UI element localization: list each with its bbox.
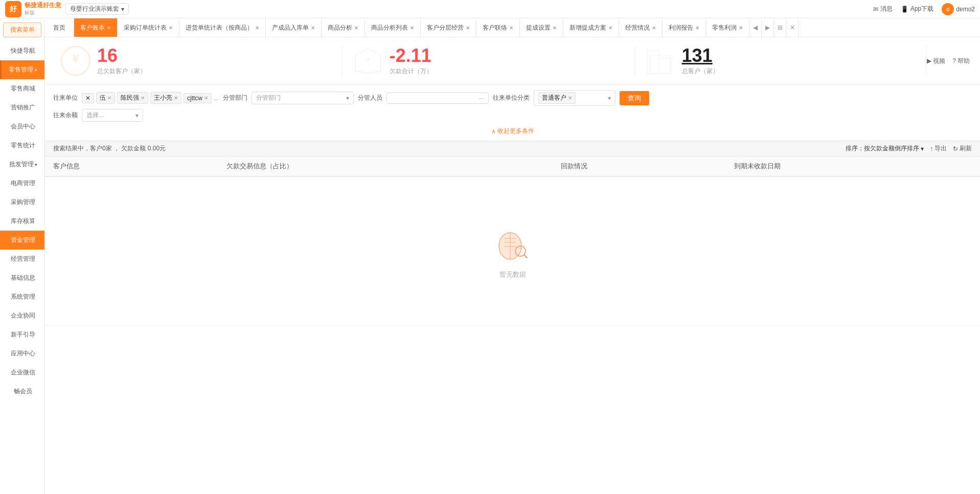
- tab-expand-btn[interactable]: ⊞: [774, 18, 786, 37]
- logo-sub: 标版: [25, 9, 61, 16]
- filter-more-icon[interactable]: ...: [214, 95, 219, 102]
- video-btn[interactable]: ▶ 视频: [927, 57, 945, 65]
- tab-close-icon[interactable]: ✕: [652, 25, 656, 31]
- balance-filter-label: 往来余额: [53, 111, 78, 120]
- sidebar-item-member-center[interactable]: 会员中心: [0, 117, 44, 136]
- tab-close-icon[interactable]: ✕: [169, 25, 173, 31]
- tab-close-icon[interactable]: ✕: [739, 25, 743, 31]
- chevron-down-icon: ▾: [608, 95, 611, 102]
- search-menu-btn[interactable]: 搜索菜单: [3, 23, 41, 37]
- tab-product-inbound[interactable]: 产成品入库单 ✕: [266, 18, 322, 37]
- balance-select[interactable]: 选择... ▾: [82, 109, 143, 122]
- right-content: 首页 客户账本 ✕ 采购订单统计表 ✕ 进货单统计表（按商品） ✕ 产成品入库单…: [45, 18, 980, 494]
- tab-customer-ledger[interactable]: 客户账本 ✕: [74, 18, 118, 37]
- messages-btn[interactable]: ✉ 消息: [873, 5, 893, 13]
- tab-close-icon[interactable]: ✕: [107, 25, 111, 31]
- sidebar-item-purchase-mgmt[interactable]: 采购管理: [0, 193, 44, 212]
- result-info: 搜索结果中，客户0家 ， 欠款金额 0.00元: [53, 144, 166, 153]
- tab-commission-settings[interactable]: 提成设置 ✕: [520, 18, 563, 37]
- sidebar-item-app-center[interactable]: 应用中心: [0, 344, 44, 363]
- manager-filter-label: 分管人员: [358, 94, 382, 102]
- logo-text-block: 畅捷通好生意 标版: [25, 2, 61, 16]
- app-download-label: App下载: [910, 5, 933, 13]
- sidebar-item-label: 零售管理: [9, 66, 33, 73]
- sidebar-item-operation[interactable]: 经营管理: [0, 250, 44, 268]
- tab-next-btn[interactable]: ▶: [762, 18, 774, 37]
- company-selector[interactable]: 母婴行业演示账套 ▾: [65, 3, 129, 15]
- result-summary: 搜索结果中，客户0家: [53, 145, 112, 152]
- tab-customer-tier[interactable]: 客户分层经营 ✕: [421, 18, 476, 37]
- company-name: 母婴行业演示账套: [70, 5, 119, 13]
- tab-close-icon[interactable]: ✕: [255, 25, 259, 31]
- sidebar-item-marketing[interactable]: 营销推广: [0, 98, 44, 117]
- query-button[interactable]: 查询: [620, 91, 649, 105]
- sidebar-item-enterprise-wechat[interactable]: 企业微信: [0, 363, 44, 382]
- tag-close-icon[interactable]: ✕: [107, 95, 111, 101]
- logo-text: 畅捷通好生意: [25, 2, 61, 9]
- tag-close-icon[interactable]: ✕: [141, 95, 145, 101]
- tab-close-icon[interactable]: ✕: [311, 25, 315, 31]
- tab-add-commission[interactable]: 新增提成方案 ✕: [563, 18, 619, 37]
- sidebar-item-quick-nav[interactable]: 快捷导航: [0, 41, 44, 60]
- svg-line-13: [524, 255, 527, 258]
- tab-profit-report[interactable]: 利润报告 ✕: [663, 18, 706, 37]
- tab-inbound-stats[interactable]: 进货单统计表（按商品） ✕: [179, 18, 266, 37]
- filter-bar: 往来单位 ✕ 伍 ✕ 陈民强 ✕: [45, 85, 980, 141]
- svg-text:¥: ¥: [73, 52, 79, 65]
- app-download-btn[interactable]: 📱 App下载: [901, 5, 933, 13]
- sidebar-item-ecommerce[interactable]: 电商管理: [0, 174, 44, 193]
- tab-close-icon[interactable]: ✕: [354, 25, 358, 31]
- header-right: ✉ 消息 📱 App下载 d demo2: [873, 3, 975, 15]
- tab-close-icon[interactable]: ✕: [410, 25, 414, 31]
- export-btn[interactable]: ↑ 导出: [930, 144, 947, 153]
- sidebar-item-wholesale-mgmt[interactable]: 批发管理 ▾: [0, 155, 44, 174]
- empty-text: 暂无数据: [499, 270, 526, 279]
- chevron-right-icon: ▾: [35, 162, 37, 167]
- refresh-btn[interactable]: ↻ 刷新: [953, 144, 972, 153]
- tab-home[interactable]: 首页: [45, 18, 74, 37]
- sidebar-item-inventory[interactable]: 库存核算: [0, 212, 44, 231]
- filter-tag-cjttcw: cjttcw ✕: [184, 93, 212, 103]
- sidebar-item-enterprise-collab[interactable]: 企业协同: [0, 306, 44, 325]
- collapse-btn[interactable]: ∧ 收起更多条件: [53, 125, 972, 136]
- sidebar-item-chang-member[interactable]: 畅会员: [0, 382, 44, 401]
- sidebar-item-finance[interactable]: 资金管理: [0, 231, 44, 250]
- sidebar-item-retail-stats[interactable]: 零售统计: [0, 136, 44, 155]
- tab-close-icon[interactable]: ✕: [553, 25, 557, 31]
- sidebar-item-basic-info[interactable]: 基础信息: [0, 268, 44, 287]
- tab-prev-btn[interactable]: ◀: [749, 18, 762, 37]
- sort-select[interactable]: 排序：按欠款金额倒序排序 ▾: [846, 144, 924, 153]
- top-header: 好 畅捷通好生意 标版 母婴行业演示账套 ▾ ✉ 消息 📱 App下载 d de…: [0, 0, 980, 18]
- main-layout: 搜索菜单 快捷导航 零售管理 ▾ 零售商城 营销推广 会员中心 零售统计 批发管…: [0, 18, 980, 494]
- chevron-up-icon: ∧: [491, 128, 496, 135]
- tag-close-icon[interactable]: ✕: [204, 95, 208, 101]
- manager-select[interactable]: ···: [386, 93, 489, 104]
- tab-business-situation[interactable]: 经营情况 ✕: [619, 18, 663, 37]
- tab-retail-profit[interactable]: 零售利润 ✕: [706, 18, 749, 37]
- tab-product-analysis[interactable]: 商品分析 ✕: [322, 18, 365, 37]
- stat-total-customers: 131 总客户（家）: [635, 46, 927, 76]
- tab-close-icon[interactable]: ✕: [466, 25, 470, 31]
- stat-debit-label: 总欠款客户（家）: [97, 67, 146, 76]
- dept-select[interactable]: 分管部门 ▾: [252, 92, 354, 104]
- sidebar-item-system-mgmt[interactable]: 系统管理: [0, 287, 44, 306]
- col-repayment: 回款情况: [553, 156, 726, 176]
- result-amount-label: ，: [113, 145, 120, 152]
- tab-purchase-order-stats[interactable]: 采购订单统计表 ✕: [118, 18, 179, 37]
- sidebar-item-retail-mgmt[interactable]: 零售管理 ▾: [0, 60, 44, 79]
- tag-close-icon[interactable]: ✕: [174, 95, 178, 101]
- chevron-down-icon: ▾: [921, 145, 924, 152]
- tab-customer-contact[interactable]: 客户联络 ✕: [476, 18, 520, 37]
- tab-close-icon[interactable]: ✕: [509, 25, 513, 31]
- svg-rect-5: [648, 51, 659, 74]
- user-menu[interactable]: d demo2: [942, 3, 975, 15]
- tab-product-analysis-list[interactable]: 商品分析列表 ✕: [365, 18, 421, 37]
- sidebar-item-retail-mall[interactable]: 零售商城: [0, 79, 44, 98]
- tag-close-icon[interactable]: ✕: [568, 95, 572, 101]
- tab-close-icon[interactable]: ✕: [608, 25, 612, 31]
- sidebar-item-newbie-guide[interactable]: 新手引导: [0, 325, 44, 344]
- unit-type-select[interactable]: 普通客户 ✕ ▾: [534, 90, 616, 106]
- tab-close-all-btn[interactable]: ✕: [786, 18, 799, 37]
- help-btn[interactable]: ? 帮助: [952, 57, 970, 65]
- tab-close-icon[interactable]: ✕: [695, 25, 699, 31]
